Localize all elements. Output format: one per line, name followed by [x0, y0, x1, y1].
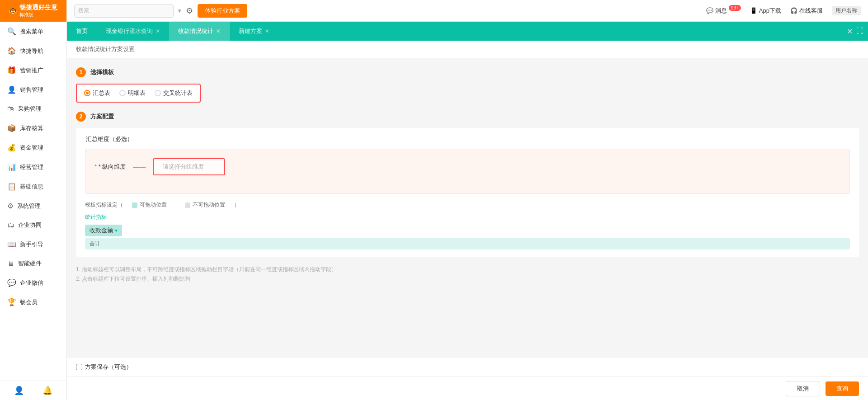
dimension-wrapper: 汇总维度（必选） * * 纵向维度 —— 请选择分组维度	[76, 128, 859, 194]
sidebar-item-label: 搜索菜单	[20, 28, 43, 36]
sidebar-item-capital[interactable]: 💰 资金管理	[0, 138, 66, 157]
app-name: 畅捷通好生意	[19, 4, 57, 12]
user-name[interactable]: 用户名称	[832, 6, 861, 15]
dimension-placeholder-input[interactable]: 请选择分组维度	[153, 158, 225, 175]
sidebar-item-wechat[interactable]: 💬 企业微信	[0, 273, 66, 292]
vertical-dimension-label: * * 纵向维度	[94, 163, 126, 171]
breadcrumb-text: 收款情况统计方案设置	[76, 46, 135, 52]
dimension-area: * * 纵向维度 —— 请选择分组维度	[85, 149, 850, 194]
sidebar-item-label: 库存核算	[20, 124, 43, 132]
sidebar-item-basic-info[interactable]: 📋 基础信息	[0, 177, 66, 196]
tab-cash-bank-label: 现金银行流水查询	[106, 27, 153, 35]
query-button[interactable]: 查询	[826, 381, 859, 396]
message-label: 消息	[715, 7, 727, 15]
close-icon[interactable]: ✕	[156, 28, 160, 34]
app-edition: 标准版	[19, 12, 57, 18]
legend-fixed-label: 不可拖动位置	[193, 201, 225, 209]
sidebar-bottom: 👤 🔔	[0, 381, 66, 400]
corp-icon: 🗂	[7, 221, 14, 229]
close-icon[interactable]: ✕	[216, 28, 221, 34]
service-button[interactable]: 🎧 在线客服	[790, 7, 823, 15]
step1-section: 1 选择模板 汇总表 明细表	[76, 67, 859, 103]
purchase-icon: 🛍	[7, 105, 14, 113]
legend-text-suffix: ）	[234, 201, 240, 209]
step2-header: 2 方案配置	[76, 112, 859, 122]
nav-right-buttons: ✕ ⛶	[847, 22, 868, 41]
page-breadcrumb: 收款情况统计方案设置	[67, 41, 868, 58]
close-icon[interactable]: ✕	[265, 28, 269, 34]
tab-new-plan[interactable]: 新建方案 ✕	[230, 22, 278, 41]
capital-icon: 💰	[7, 143, 16, 152]
sidebar-item-label: 基础信息	[20, 183, 43, 191]
close-window-icon[interactable]: ✕	[847, 27, 853, 36]
dimension-label: 汇总维度（必选）	[86, 136, 133, 142]
radio-detail-label: 明细表	[128, 89, 146, 97]
radio-detail[interactable]: 明细表	[119, 89, 146, 97]
indicator-tags: 收款金额 ▾ 合计	[85, 225, 850, 249]
sidebar-item-label: 经营管理	[20, 163, 43, 171]
sidebar-item-marketing[interactable]: 🎁 营销推广	[0, 61, 66, 80]
search-placeholder: 搜索	[78, 7, 89, 14]
radio-cross[interactable]: 交叉统计表	[155, 89, 193, 97]
legend-draggable-label: 可拖动位置	[140, 201, 167, 209]
home-label: 首页	[76, 27, 88, 35]
chevron-down-icon[interactable]: ▾	[178, 7, 181, 14]
sidebar-item-label: 系统管理	[17, 202, 41, 210]
indicator-tag-receipt[interactable]: 收款金额 ▾	[85, 225, 122, 236]
sidebar-item-label: 企业协同	[18, 221, 42, 229]
expand-icon[interactable]: ⛶	[856, 27, 863, 35]
basic-info-icon: 📋	[7, 182, 16, 191]
radio-circle-cross	[155, 90, 161, 96]
radio-circle-detail	[119, 90, 126, 96]
search-menu-icon: 🔍	[7, 27, 16, 36]
step2-section: 2 方案配置 汇总维度（必选） * * 纵向维度	[76, 112, 859, 283]
tab-home[interactable]: 首页	[67, 22, 97, 41]
step2-number: 2	[76, 112, 86, 122]
sidebar-item-member[interactable]: 🏆 畅会员	[0, 292, 66, 312]
sidebar-bottom-icon2[interactable]: 🔔	[42, 386, 52, 395]
sidebar-item-search-menu[interactable]: 🔍 搜索菜单	[0, 22, 66, 41]
message-icon: 💬	[706, 7, 713, 14]
cancel-button[interactable]: 取消	[786, 381, 820, 396]
gear-icon[interactable]: ⚙	[186, 6, 193, 16]
trial-button[interactable]: 体验行业方案	[198, 4, 247, 18]
sidebar-item-quick-nav[interactable]: 🏠 快捷导航	[0, 41, 66, 61]
marketing-icon: 🎁	[7, 66, 16, 75]
tip2: 2. 点击标题栏下拉可设置排序、插入列和删除列	[76, 275, 859, 283]
indicators-section: 模板指标设定（ 可拖动位置 不可拖动位置 ）	[85, 201, 850, 249]
dimension-section-title: 汇总维度（必选）	[85, 135, 850, 143]
indicator-tag-total: 合计	[85, 238, 850, 249]
sidebar-item-sales[interactable]: 👤 销售管理	[0, 80, 66, 99]
sidebar-bottom-icon1[interactable]: 👤	[14, 386, 24, 395]
sidebar-item-corp[interactable]: 🗂 企业协同	[0, 216, 66, 235]
step1-header: 1 选择模板	[76, 67, 859, 77]
sidebar-item-smart-hw[interactable]: 🖥 智能硬件	[0, 254, 66, 273]
config-section: 汇总维度（必选） * * 纵向维度 —— 请选择分组维度	[76, 128, 859, 257]
step1-title: 选择模板	[90, 68, 114, 76]
sidebar-item-operations[interactable]: 📊 经营管理	[0, 157, 66, 177]
save-checkbox[interactable]	[76, 364, 82, 370]
radio-summary[interactable]: 汇总表	[84, 89, 110, 97]
sidebar-item-system[interactable]: ⚙ 系统管理	[0, 196, 66, 216]
legend-dot-draggable	[132, 202, 137, 208]
chevron-down-icon[interactable]: ▾	[115, 227, 118, 234]
radio-cross-label: 交叉统计表	[163, 89, 193, 97]
download-icon: 📱	[750, 7, 757, 14]
tab-collection-stats-label: 收款情况统计	[178, 27, 213, 35]
step2-title: 方案配置	[90, 113, 114, 121]
message-button[interactable]: 💬 消息 99+	[706, 7, 741, 15]
dimension-row: * * 纵向维度 —— 请选择分组维度	[94, 158, 840, 175]
sidebar-item-guide[interactable]: 📖 新手引导	[0, 235, 66, 254]
sidebar-item-label: 畅会员	[20, 298, 38, 306]
sidebar-item-inventory[interactable]: 📦 库存核算	[0, 118, 66, 138]
tab-new-plan-label: 新建方案	[239, 27, 262, 35]
wechat-icon: 💬	[7, 278, 16, 287]
search-input[interactable]: 搜索	[74, 4, 174, 18]
tab-collection-stats[interactable]: 收款情况统计 ✕	[169, 22, 230, 41]
topbar-right: 💬 消息 99+ 📱 App下载 🎧 在线客服 用户名称	[706, 6, 861, 15]
member-icon: 🏆	[7, 298, 16, 306]
tab-cash-bank[interactable]: 现金银行流水查询 ✕	[97, 22, 169, 41]
sales-icon: 👤	[7, 85, 16, 94]
download-button[interactable]: 📱 App下载	[750, 7, 781, 15]
sidebar-item-purchase[interactable]: 🛍 采购管理	[0, 99, 66, 118]
